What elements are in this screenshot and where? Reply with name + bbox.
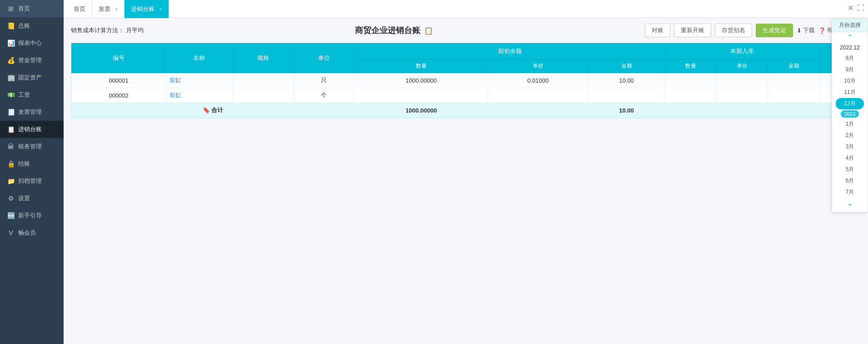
sidebar-item-assets[interactable]: 🏢固定资产: [0, 69, 64, 86]
cost-method-value: 月平均: [126, 27, 144, 34]
sidebar-item-purchase_sales[interactable]: 📋进销台账: [0, 121, 64, 138]
sidebar-item-tax[interactable]: 🏛税务管理: [0, 138, 64, 155]
cell-opening-qty: [354, 88, 488, 103]
month-item-9月[interactable]: 9月: [832, 64, 868, 75]
sidebar-item-archive[interactable]: 📁归档管理: [0, 172, 64, 190]
sidebar-label-funds: 资金管理: [18, 56, 42, 64]
sidebar-item-invoice_mgmt[interactable]: 🧾发票管理: [0, 103, 64, 121]
month-panel-year: 2022.12: [832, 43, 868, 53]
month-nav-down[interactable]: ⌄: [832, 198, 868, 208]
save-alias-button[interactable]: 存货别名: [715, 24, 752, 37]
cost-method-info: 销售成本计算方法： 月平均: [71, 26, 144, 34]
cell-opening-amount: [588, 88, 665, 103]
cell-spec: [233, 88, 294, 103]
table-header-row-1: 编号 名称 规格 单位 期初余额 本期入库 数: [72, 44, 860, 59]
cell-spec: [233, 73, 294, 88]
cell-opening-price: 0.01000: [488, 73, 588, 88]
generate-voucher-button[interactable]: 生成凭证: [756, 24, 793, 37]
col-opening: 期初余额: [354, 44, 665, 59]
month-item-11月[interactable]: 11月: [832, 87, 868, 98]
month-nav-up[interactable]: ⌃: [832, 32, 868, 43]
download-button[interactable]: ⬇ 下载: [797, 26, 815, 34]
cell-inbound-price: [717, 88, 768, 103]
col-inbound-amount: 金额: [768, 59, 819, 73]
sidebar-label-vip: 畅会员: [18, 229, 36, 237]
total-opening-amount: 10.00: [588, 103, 665, 118]
maximize-window-button[interactable]: ⛶: [857, 4, 864, 12]
cell-inbound-price: [717, 73, 768, 88]
tab-purchase_sales_tab[interactable]: 进销台账×: [125, 0, 169, 18]
tab-label-home_tab: 首页: [74, 5, 85, 13]
sidebar-icon-vip: V: [7, 229, 15, 236]
cell-opening-qty: 1000.00000: [354, 73, 488, 88]
sidebar-item-salary[interactable]: 💵工资: [0, 86, 64, 103]
sidebar-item-ledger[interactable]: 📒总账: [0, 17, 64, 34]
sidebar-icon-settings: ⚙: [7, 195, 15, 202]
month-item-5月[interactable]: 5月: [832, 164, 868, 175]
reconcile-button[interactable]: 对账: [645, 24, 670, 37]
sidebar-icon-archive: 📁: [7, 177, 15, 185]
table-body: 000001 前缸 只 1000.00000 0.01000 10.00 000…: [72, 73, 860, 118]
sidebar-icon-reports: 📊: [7, 39, 15, 47]
tab-home_tab[interactable]: 首页: [67, 0, 92, 18]
top-bar: 销售成本计算方法： 月平均 商贸企业进销台账 📋 对账 重新开账 存货别名 生成…: [71, 24, 861, 37]
sidebar-icon-home: ⊞: [7, 5, 15, 12]
cell-number: 000001: [72, 73, 166, 88]
window-controls: ✕ ⛶: [848, 4, 864, 12]
total-inbound-price: [717, 103, 768, 118]
month-item-2月[interactable]: 2月: [832, 130, 868, 141]
sidebar-item-guide[interactable]: 🆕新手引导: [0, 207, 64, 224]
tab-close-purchase_sales_tab[interactable]: ×: [159, 6, 162, 12]
help-icon: ❓: [818, 27, 826, 34]
title-area: 商贸企业进销台账 📋: [355, 25, 433, 36]
sidebar-label-purchase_sales: 进销台账: [18, 125, 42, 133]
sidebar-item-settings[interactable]: ⚙设置: [0, 190, 64, 207]
total-label: 🔖 合计: [72, 103, 354, 118]
sidebar-icon-invoice_mgmt: 🧾: [7, 108, 15, 116]
ledger-table: 编号 名称 规格 单位 期初余额 本期入库 数 数量 单价 金额 数量 单价: [71, 43, 860, 118]
sidebar-item-home[interactable]: ⊞首页: [0, 0, 64, 17]
tab-invoice_tab[interactable]: 发票×: [92, 0, 125, 18]
month-item-6月[interactable]: 6月: [832, 175, 868, 187]
month-list-2022: 8月9月10月11月12月: [832, 53, 868, 109]
sidebar-label-archive: 归档管理: [18, 177, 42, 185]
sidebar-label-home: 首页: [18, 5, 30, 13]
sidebar-label-invoice_mgmt: 发票管理: [18, 108, 42, 116]
sidebar-icon-ledger: 📒: [7, 22, 15, 29]
col-unit: 单位: [294, 44, 354, 73]
month-item-3月[interactable]: 3月: [832, 141, 868, 152]
title-icon[interactable]: 📋: [424, 26, 433, 35]
close-window-button[interactable]: ✕: [848, 4, 853, 12]
month-item-4月[interactable]: 4月: [832, 152, 868, 164]
cell-name: 前缸: [166, 88, 233, 103]
page-title: 商贸企业进销台账: [355, 25, 420, 36]
cell-opening-amount: 10.00: [588, 73, 665, 88]
ledger-table-wrapper: 编号 名称 规格 单位 期初余额 本期入库 数 数量 单价 金额 数量 单价: [71, 43, 861, 118]
sidebar-item-funds[interactable]: 💰资金管理: [0, 52, 64, 69]
month-item-8月[interactable]: 8月: [832, 53, 868, 64]
month-item-1月[interactable]: 1月: [832, 118, 868, 130]
action-buttons: 对账 重新开账 存货别名 生成凭证 ⬇ 下载 ❓ 帮助 ↻ 刷新: [645, 24, 861, 37]
month-item-10月[interactable]: 10月: [832, 75, 868, 87]
month-panel-title: 月份选择: [832, 19, 868, 32]
total-opening-price: [488, 103, 588, 118]
sidebar-icon-guide: 🆕: [7, 212, 15, 219]
col-inbound: 本期入库: [665, 44, 820, 59]
month-item-7月[interactable]: 7月: [832, 187, 868, 198]
cell-number: 000002: [72, 88, 166, 103]
cell-name: 前缸: [166, 73, 233, 88]
col-opening-qty: 数量: [354, 59, 488, 73]
sidebar-item-reports[interactable]: 📊报表中心: [0, 34, 64, 52]
month-list-2023: 1月2月3月4月5月6月7月: [832, 118, 868, 198]
month-item-12月[interactable]: 12月: [836, 98, 864, 109]
total-opening-qty: 1000.00000: [354, 103, 488, 118]
tab-close-invoice_tab[interactable]: ×: [115, 6, 118, 12]
sidebar-item-close[interactable]: 🔒结账: [0, 155, 64, 172]
col-opening-amount: 金额: [588, 59, 665, 73]
sidebar: ⊞首页📒总账📊报表中心💰资金管理🏢固定资产💵工资🧾发票管理📋进销台账🏛税务管理🔒…: [0, 0, 64, 344]
col-number: 编号: [72, 44, 166, 73]
col-inbound-qty: 数量: [665, 59, 717, 73]
cell-opening-price: [488, 88, 588, 103]
reopen-button[interactable]: 重新开账: [674, 24, 711, 37]
sidebar-item-vip[interactable]: V畅会员: [0, 224, 64, 241]
